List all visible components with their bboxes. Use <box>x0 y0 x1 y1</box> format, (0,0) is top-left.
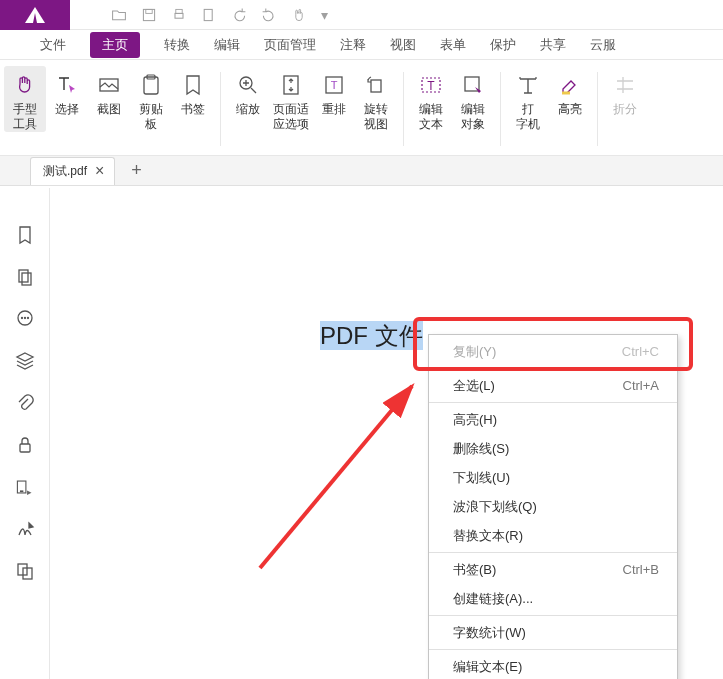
menu-file[interactable]: 文件 <box>40 36 66 54</box>
document-tab[interactable]: 测试.pdf × <box>30 157 115 185</box>
separator <box>429 402 677 403</box>
svg-rect-3 <box>176 9 182 13</box>
ctx-label: 编辑文本(E) <box>453 658 522 676</box>
ribbon-screenshot[interactable]: 截图 <box>88 66 130 117</box>
ribbon-clipboard[interactable]: 剪贴 板 <box>130 66 172 132</box>
ctx-label: 高亮(H) <box>453 411 497 429</box>
svg-text:T: T <box>331 79 338 91</box>
edit-object-icon <box>460 72 486 98</box>
ctx-replace-text[interactable]: 替换文本(R) <box>429 521 677 550</box>
tab-title: 测试.pdf <box>43 163 87 180</box>
menu-page[interactable]: 页面管理 <box>264 36 316 54</box>
ribbon-zoom[interactable]: 缩放 <box>227 66 269 117</box>
ctx-create-link[interactable]: 创建链接(A)... <box>429 584 677 613</box>
edit-text-icon: T <box>418 72 444 98</box>
zoom-icon <box>235 72 261 98</box>
menu-form[interactable]: 表单 <box>440 36 466 54</box>
menu-comment[interactable]: 注释 <box>340 36 366 54</box>
side-attachment-icon[interactable] <box>14 392 36 414</box>
close-icon[interactable]: × <box>95 162 104 180</box>
app-logo-badge <box>0 0 70 30</box>
ribbon-select[interactable]: 选择 <box>46 66 88 117</box>
svg-rect-12 <box>371 80 381 92</box>
clipboard-icon <box>138 72 164 98</box>
menu-cloud[interactable]: 云服 <box>590 36 616 54</box>
side-comments-icon[interactable] <box>14 308 36 330</box>
ctx-shortcut: Ctrl+C <box>622 344 659 359</box>
ctx-label: 复制(Y) <box>453 343 496 361</box>
menu-bar: 文件 主页 转换 编辑 页面管理 注释 视图 表单 保护 共享 云服 <box>0 30 723 60</box>
ctx-label: 替换文本(R) <box>453 527 523 545</box>
ribbon-bookmark[interactable]: 书签 <box>172 66 214 117</box>
hand-small-icon[interactable] <box>290 6 308 24</box>
ribbon-rotate[interactable]: 旋转 视图 <box>355 66 397 132</box>
more-icon[interactable]: ▾ <box>320 6 338 24</box>
ribbon-label: 折分 <box>613 102 637 117</box>
ctx-word-count[interactable]: 字数统计(W) <box>429 618 677 647</box>
ctx-squiggly[interactable]: 波浪下划线(Q) <box>429 492 677 521</box>
ribbon-fit-page[interactable]: 页面适 应选项 <box>269 66 313 132</box>
ctx-select-all[interactable]: 全选(L) Ctrl+A <box>429 371 677 400</box>
svg-rect-2 <box>175 13 183 18</box>
ribbon-separator <box>403 72 404 146</box>
ribbon-separator <box>220 72 221 146</box>
side-layers-icon[interactable] <box>14 350 36 372</box>
side-signature-icon[interactable]: ▸ <box>14 476 36 498</box>
ctx-shortcut: Ctrl+B <box>623 562 659 577</box>
ctx-edit-text[interactable]: 编辑文本(E) <box>429 652 677 679</box>
side-security-icon[interactable] <box>14 434 36 456</box>
ribbon-highlight[interactable]: 高亮 <box>549 66 591 117</box>
menu-protect[interactable]: 保护 <box>490 36 516 54</box>
open-icon[interactable] <box>110 6 128 24</box>
ribbon-label: 缩放 <box>236 102 260 117</box>
svg-rect-17 <box>22 273 31 285</box>
side-bookmark-icon[interactable] <box>14 224 36 246</box>
svg-point-19 <box>21 318 22 319</box>
ctx-label: 下划线(U) <box>453 469 510 487</box>
side-panel-strip: ▸ <box>0 188 50 679</box>
ribbon-label: 手型 工具 <box>13 102 37 132</box>
ribbon-separator <box>500 72 501 146</box>
separator <box>429 368 677 369</box>
title-bar: ▾ <box>0 0 723 30</box>
rotate-icon <box>363 72 389 98</box>
menu-convert[interactable]: 转换 <box>164 36 190 54</box>
menu-edit[interactable]: 编辑 <box>214 36 240 54</box>
ctx-strikeout[interactable]: 删除线(S) <box>429 434 677 463</box>
ctx-underline[interactable]: 下划线(U) <box>429 463 677 492</box>
side-pages-icon[interactable] <box>14 266 36 288</box>
separator <box>429 649 677 650</box>
ctx-bookmark[interactable]: 书签(B) Ctrl+B <box>429 555 677 584</box>
ribbon-collapse[interactable]: 折分 <box>604 66 646 117</box>
ribbon-reflow[interactable]: T 重排 <box>313 66 355 117</box>
add-tab-button[interactable]: + <box>131 160 142 181</box>
typewriter-icon <box>515 72 541 98</box>
side-compare-icon[interactable] <box>14 560 36 582</box>
collapse-icon <box>612 72 638 98</box>
ribbon-typewriter[interactable]: 打 字机 <box>507 66 549 132</box>
side-form-icon[interactable] <box>14 518 36 540</box>
ribbon-edit-text[interactable]: T 编辑 文本 <box>410 66 452 132</box>
menu-home[interactable]: 主页 <box>90 32 140 58</box>
undo-icon[interactable] <box>230 6 248 24</box>
menu-view[interactable]: 视图 <box>390 36 416 54</box>
redo-icon[interactable] <box>260 6 278 24</box>
ribbon: 手型 工具 选择 截图 剪贴 板 书签 缩放 页面适 应选项 T 重排 旋转 视… <box>0 60 723 156</box>
ribbon-edit-object[interactable]: 编辑 对象 <box>452 66 494 132</box>
selected-text[interactable]: PDF 文件 <box>320 320 423 352</box>
ribbon-hand-tool[interactable]: 手型 工具 <box>4 66 46 132</box>
svg-rect-1 <box>146 9 152 13</box>
ribbon-label: 截图 <box>97 102 121 117</box>
save-icon[interactable] <box>140 6 158 24</box>
ribbon-label: 编辑 对象 <box>461 102 485 132</box>
svg-rect-16 <box>19 270 28 282</box>
ctx-label: 创建链接(A)... <box>453 590 533 608</box>
print-icon[interactable] <box>170 6 188 24</box>
ribbon-label: 选择 <box>55 102 79 117</box>
svg-point-21 <box>27 318 28 319</box>
new-page-icon[interactable] <box>200 6 218 24</box>
bookmark-icon <box>180 72 206 98</box>
ctx-highlight[interactable]: 高亮(H) <box>429 405 677 434</box>
menu-share[interactable]: 共享 <box>540 36 566 54</box>
highlight-icon <box>557 72 583 98</box>
